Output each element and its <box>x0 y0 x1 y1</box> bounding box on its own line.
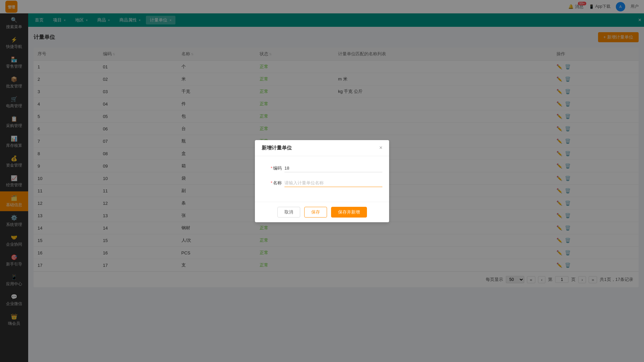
modal-overlay[interactable]: 新增计量单位 × *编码 *名称 取消 保存 保存并新增 <box>0 0 644 362</box>
save-and-new-button[interactable]: 保存并新增 <box>331 207 367 218</box>
modal-header: 新增计量单位 × <box>255 140 389 156</box>
modal-footer: 取消 保存 保存并新增 <box>255 202 389 222</box>
name-label: *名称 <box>262 180 282 186</box>
code-input[interactable] <box>284 164 382 172</box>
name-input[interactable] <box>284 179 382 187</box>
save-button[interactable]: 保存 <box>304 207 327 218</box>
code-required: * <box>271 166 272 171</box>
add-unit-modal: 新增计量单位 × *编码 *名称 取消 保存 保存并新增 <box>255 140 389 222</box>
modal-title: 新增计量单位 <box>262 145 292 151</box>
modal-close-button[interactable]: × <box>379 145 382 151</box>
modal-body: *编码 *名称 <box>255 156 389 202</box>
name-required: * <box>271 180 272 185</box>
cancel-button[interactable]: 取消 <box>277 207 300 218</box>
code-form-item: *编码 <box>262 164 382 172</box>
name-form-item: *名称 <box>262 179 382 187</box>
code-label: *编码 <box>262 165 282 171</box>
